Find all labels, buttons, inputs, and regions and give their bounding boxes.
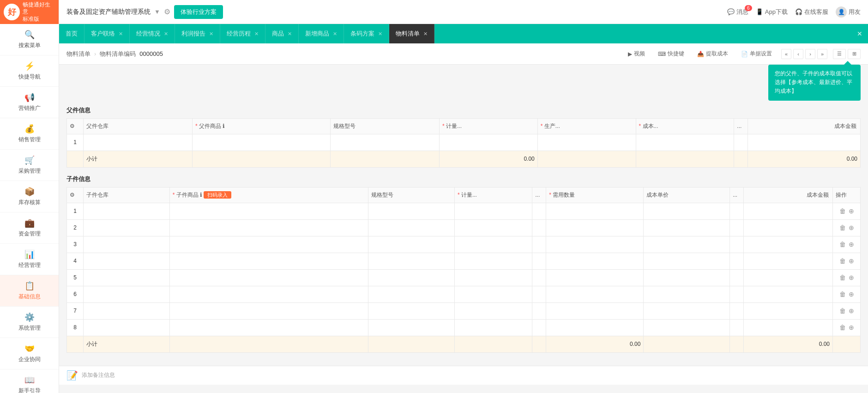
copy-icon[interactable]: ⊕	[849, 274, 854, 281]
child-cell-spec[interactable]	[368, 236, 455, 253]
child-cell-goods[interactable]	[169, 302, 368, 319]
nav-tab-barcode[interactable]: 条码方案✕	[344, 24, 389, 43]
nav-tab-close-goods[interactable]: ✕	[288, 31, 292, 37]
child-cell-warehouse[interactable]	[84, 269, 170, 286]
child-cell-spec[interactable]	[368, 302, 455, 319]
copy-icon[interactable]: ⊕	[849, 290, 854, 298]
sidebar-item-purchase[interactable]: 🛒 采购管理	[0, 150, 59, 181]
scan-button[interactable]: 扫码录入	[204, 191, 231, 199]
breadcrumb-item-bom[interactable]: 物料清单	[66, 50, 90, 58]
child-cell-spec[interactable]	[368, 319, 455, 336]
nav-tab-close-bom[interactable]: ✕	[423, 31, 428, 37]
child-cell-unit-cost[interactable]	[644, 269, 730, 286]
child-cell-qty[interactable]	[546, 219, 644, 236]
child-cell-qty[interactable]	[546, 286, 644, 302]
child-cell-unit-cost[interactable]	[644, 253, 730, 269]
add-note-text[interactable]: 添加备注信息	[82, 371, 115, 379]
nav-prev-prev[interactable]: «	[781, 49, 791, 59]
sidebar-item-sales[interactable]: 💰 销售管理	[0, 118, 59, 150]
child-cell-unit-cost[interactable]	[644, 236, 730, 253]
child-cell-unit-cost[interactable]	[644, 319, 730, 336]
nav-tab-history[interactable]: 经营历程✕	[220, 24, 265, 43]
copy-icon[interactable]: ⊕	[849, 241, 854, 248]
sidebar-item-quick-nav[interactable]: ⚡ 快捷导航	[0, 55, 59, 87]
parent-cell-warehouse[interactable]	[84, 134, 193, 151]
child-cell-warehouse[interactable]	[84, 253, 170, 269]
child-cell-warehouse[interactable]	[84, 286, 170, 302]
child-cell-goods[interactable]	[169, 203, 368, 219]
child-cell-spec[interactable]	[368, 286, 455, 302]
child-cell-warehouse[interactable]	[84, 319, 170, 336]
parent-cell-cost[interactable]	[636, 134, 734, 151]
child-cell-qty[interactable]	[546, 253, 644, 269]
delete-icon[interactable]: 🗑	[839, 224, 846, 231]
child-cell-unit-cost[interactable]	[644, 302, 730, 319]
child-cell-goods[interactable]	[169, 236, 368, 253]
child-cell-warehouse[interactable]	[84, 236, 170, 253]
experience-button[interactable]: 体验行业方案	[174, 5, 223, 19]
child-cell-qty[interactable]	[546, 319, 644, 336]
child-cell-unit[interactable]	[454, 203, 532, 219]
nav-tab-operations[interactable]: 经营情况✕	[130, 24, 175, 43]
sidebar-item-search[interactable]: 🔍 搜索菜单	[0, 24, 59, 55]
copy-icon[interactable]: ⊕	[849, 224, 854, 231]
child-cell-goods[interactable]	[169, 286, 368, 302]
child-cell-qty[interactable]	[546, 269, 644, 286]
sidebar-item-system[interactable]: ⚙️ 系统管理	[0, 307, 59, 338]
view-button[interactable]: ▶ 视频	[624, 48, 649, 60]
nav-tab-bom[interactable]: 物料清单✕	[389, 24, 434, 43]
message-button[interactable]: 💬 消息 6	[727, 8, 748, 16]
child-cell-spec[interactable]	[368, 269, 455, 286]
copy-icon[interactable]: ⊕	[849, 207, 854, 215]
delete-icon[interactable]: 🗑	[839, 290, 846, 298]
sidebar-item-operations[interactable]: 📊 经营管理	[0, 244, 59, 275]
sidebar-item-marketing[interactable]: 📢 营销推广	[0, 87, 59, 118]
delete-icon[interactable]: 🗑	[839, 257, 846, 265]
nav-tab-close-operations[interactable]: ✕	[164, 31, 168, 37]
nav-tab-customers[interactable]: 客户联络✕	[84, 24, 130, 43]
child-cell-goods[interactable]	[169, 269, 368, 286]
nav-tab-goods[interactable]: 商品✕	[265, 24, 299, 43]
child-cell-unit[interactable]	[454, 236, 532, 253]
delete-icon[interactable]: 🗑	[839, 307, 846, 314]
copy-icon[interactable]: ⊕	[849, 307, 854, 314]
child-cell-warehouse[interactable]	[84, 203, 170, 219]
nav-tab-new-goods[interactable]: 新增商品✕	[299, 24, 344, 43]
child-cell-unit[interactable]	[454, 286, 532, 302]
child-cell-unit-cost[interactable]	[644, 219, 730, 236]
child-cell-goods[interactable]	[169, 253, 368, 269]
child-cell-unit-cost[interactable]	[644, 286, 730, 302]
child-cell-unit[interactable]	[454, 269, 532, 286]
child-cell-qty[interactable]	[546, 302, 644, 319]
nav-tab-profit[interactable]: 利润报告✕	[175, 24, 220, 43]
child-cell-goods[interactable]	[169, 319, 368, 336]
child-cell-spec[interactable]	[368, 253, 455, 269]
nav-tab-home[interactable]: 首页	[59, 24, 84, 43]
parent-cell-goods[interactable]	[192, 134, 330, 151]
list-view-btn[interactable]: ☰	[833, 49, 846, 59]
child-cell-unit[interactable]	[454, 253, 532, 269]
nav-close-all[interactable]: ✕	[851, 30, 868, 37]
grid-view-btn[interactable]: ⊞	[848, 49, 861, 59]
nav-tab-close-profit[interactable]: ✕	[209, 31, 213, 37]
sidebar-item-inventory[interactable]: 📦 库存核算	[0, 181, 59, 212]
delete-icon[interactable]: 🗑	[839, 274, 846, 281]
parent-cell-spec[interactable]	[331, 134, 440, 151]
nav-next[interactable]: ›	[805, 49, 815, 59]
shortcut-button[interactable]: ⌨ 快捷键	[654, 48, 688, 60]
delete-icon[interactable]: 🗑	[839, 241, 846, 248]
copy-icon[interactable]: ⊕	[849, 324, 854, 331]
child-cell-unit[interactable]	[454, 319, 532, 336]
nav-tab-close-new-goods[interactable]: ✕	[333, 31, 337, 37]
nav-next-next[interactable]: »	[817, 49, 827, 59]
sidebar-item-enterprise[interactable]: 🤝 企业协同	[0, 338, 59, 369]
child-cell-unit[interactable]	[454, 219, 532, 236]
child-cell-qty[interactable]	[546, 203, 644, 219]
gear-icon[interactable]: ⚙	[70, 123, 75, 129]
child-cell-goods[interactable]	[169, 219, 368, 236]
child-cell-spec[interactable]	[368, 203, 455, 219]
child-gear-icon[interactable]: ⚙	[70, 192, 75, 198]
online-service-button[interactable]: 🎧 在线客服	[795, 8, 828, 16]
nav-tab-close-customers[interactable]: ✕	[119, 31, 123, 37]
delete-icon[interactable]: 🗑	[839, 207, 846, 215]
